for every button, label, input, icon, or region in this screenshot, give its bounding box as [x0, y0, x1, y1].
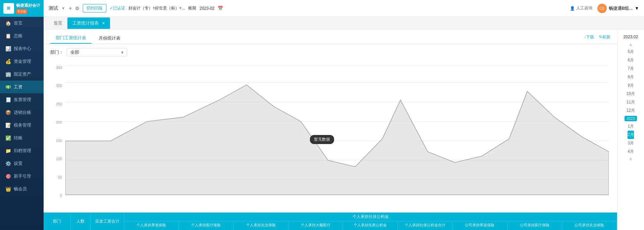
- sidebar-item-settings[interactable]: ⚙️设置: [0, 157, 44, 170]
- sidebar-label-settings: 设置: [14, 160, 22, 167]
- logo-text: 畅捷通好会计 专业版: [16, 3, 40, 14]
- topbar-right: 👤 人工咨询 CE 畅捷通B组... ▼: [570, 4, 639, 13]
- y-label-50: 50: [50, 175, 64, 179]
- sidebar-label-ledger: 总账: [14, 33, 22, 39]
- sidebar-item-guide[interactable]: 🎯新手引导: [0, 170, 44, 183]
- sidebar-logo: 财 畅捷通好会计 专业版: [0, 0, 44, 17]
- dept-select[interactable]: 全部 销售部 财务部 人事部 技术部: [67, 48, 127, 56]
- sidebar-item-ledger[interactable]: 📋总账: [0, 30, 44, 42]
- user-dropdown-arrow: ▼: [635, 6, 639, 11]
- sidebar-item-archive[interactable]: 📁归档管理: [0, 144, 44, 157]
- table-header: 部门 人数 应发工资合计 个人承担社保公积金 个人承担养老保险 个人承担医疗保险…: [44, 213, 617, 230]
- settings-icon[interactable]: ⚙: [75, 6, 79, 11]
- y-label-350: 350: [50, 65, 64, 70]
- sidebar-label-sales: 进销台账: [14, 109, 31, 116]
- sidebar-item-invoice[interactable]: 🧾发票管理: [0, 93, 44, 106]
- sidebar-item-salary[interactable]: 💵工资: [0, 81, 44, 93]
- certified-status: ✓已认证: [110, 5, 125, 11]
- sidebar-item-settle[interactable]: ✅结账: [0, 132, 44, 144]
- chart-area: 0 50 100 150 200 250 300 350: [44, 60, 617, 213]
- month-curr-4月[interactable]: 4月: [628, 147, 634, 156]
- month-11月[interactable]: 11月: [627, 98, 635, 106]
- add-button[interactable]: +: [69, 5, 72, 11]
- company-name: 测试: [49, 5, 58, 11]
- table-sub-total: 个人承担社保公积金合计: [398, 221, 452, 230]
- table-sub-big-medical: 个人承担大额医疗: [288, 221, 343, 230]
- dept-filter-label: 部门：: [50, 49, 63, 55]
- table-col-count: 人数: [70, 213, 91, 230]
- table-col-total: 应发工资合计: [91, 213, 124, 230]
- sidebar-item-funds[interactable]: 💰资金管理: [0, 55, 44, 68]
- help-button[interactable]: 👤 人工咨询: [570, 5, 592, 11]
- table-sub-company-pension: 公司承担养老保险: [452, 221, 507, 230]
- sidebar-item-assets[interactable]: 🏢固定资产: [0, 68, 44, 81]
- sidebar-item-home[interactable]: 🏠首页: [0, 17, 44, 30]
- right-panel-down-nav[interactable]: ▼: [628, 156, 634, 163]
- sidebar-label-assets: 固定资产: [14, 71, 31, 77]
- sidebar-label-funds: 资金管理: [14, 58, 31, 64]
- table-col-dept: 部门: [44, 213, 70, 230]
- sub-tab-actions: ↓下载 ↻刷新: [584, 34, 610, 43]
- month-curr-2月[interactable]: 2月: [628, 131, 634, 139]
- sidebar-item-tax[interactable]: 📝税务管理: [0, 119, 44, 132]
- right-panel-date[interactable]: 2023.02: [624, 33, 638, 41]
- calendar-icon[interactable]: 📅: [218, 6, 223, 11]
- sidebar-item-member[interactable]: 👑畅会员: [0, 183, 44, 195]
- month-12月[interactable]: 12月: [627, 106, 635, 115]
- month-7月[interactable]: 7月: [627, 64, 635, 73]
- month-10月[interactable]: 10月: [627, 90, 635, 98]
- table-sub-pension: 个人承担养老保险: [124, 221, 179, 230]
- refresh-button[interactable]: ↻刷新: [599, 34, 610, 40]
- sidebar-icon-sales: 📦: [5, 110, 11, 115]
- user-menu[interactable]: CE 畅捷通B组... ▼: [597, 4, 639, 13]
- sidebar-label-home: 首页: [14, 20, 22, 26]
- y-label-150: 150: [50, 139, 64, 143]
- sidebar-label-reports: 报表中心: [14, 46, 31, 52]
- month-curr-1月[interactable]: 1月: [628, 122, 634, 131]
- table-sub-company-unemp: 公司承担失业保险: [562, 221, 617, 230]
- download-button[interactable]: ↓下载: [584, 34, 594, 40]
- dropdown-arrow[interactable]: ▼: [61, 6, 65, 11]
- sidebar-icon-archive: 📁: [5, 148, 11, 153]
- inner-page: 部门工资统计表 月份统计表 ↓下载 ↻刷新 部门： 全部 销售部 财务部: [44, 30, 617, 230]
- month-8月[interactable]: 8月: [627, 73, 635, 81]
- y-label-300: 300: [50, 84, 64, 88]
- month-5月[interactable]: 5月: [627, 48, 635, 56]
- sub-tab-dept[interactable]: 部门工资统计表: [50, 33, 92, 44]
- sidebar: 财 畅捷通好会计 专业版 🏠首页📋总账📊报表中心💰资金管理🏢固定资产💵工资🧾发票…: [0, 0, 44, 230]
- sidebar-label-guide: 新手引导: [14, 173, 31, 179]
- y-label-0: 0: [50, 193, 64, 197]
- sidebar-icon-ledger: 📋: [5, 33, 11, 39]
- month-curr-3月[interactable]: 3月: [628, 139, 634, 147]
- sidebar-label-archive: 归档管理: [14, 148, 31, 154]
- sidebar-label-member: 畅会员: [14, 186, 27, 192]
- period-label: 账期: [188, 5, 196, 11]
- sidebar-icon-assets: 🏢: [5, 72, 11, 77]
- period-value: 2023-02: [200, 6, 214, 11]
- right-panel: 2023.02 ▲ 5月6月7月8月9月10月11月12月 2023 1月2月3…: [617, 30, 644, 230]
- tab-salary-report[interactable]: 工资统计报表 ✕: [67, 17, 110, 29]
- sidebar-item-sales[interactable]: 📦进销台账: [0, 106, 44, 119]
- month-6月[interactable]: 6月: [627, 56, 635, 64]
- table-group-header: 个人承担社保公积金: [124, 213, 617, 221]
- sub-tab-monthly[interactable]: 月份统计表: [93, 33, 126, 43]
- y-label-250: 250: [50, 102, 64, 106]
- sidebar-icon-salary: 💵: [5, 84, 11, 90]
- right-panel-up-nav[interactable]: ▲: [628, 41, 634, 48]
- user-avatar: CE: [597, 4, 607, 13]
- year-badge: 2023: [625, 116, 637, 121]
- sidebar-item-reports[interactable]: 📊报表中心: [0, 42, 44, 55]
- month-9月[interactable]: 9月: [627, 81, 635, 90]
- sidebar-label-tax: 税务管理: [14, 122, 31, 128]
- tab-close-icon[interactable]: ✕: [102, 21, 105, 25]
- table-col-group: 个人承担社保公积金 个人承担养老保险 个人承担医疗保险 个人承担失业保险 个人承…: [124, 213, 617, 230]
- sidebar-label-salary: 工资: [14, 84, 22, 90]
- y-label-100: 100: [50, 157, 64, 161]
- switch-version-button[interactable]: 切到旧版: [83, 4, 106, 12]
- months-prev: 5月6月7月8月9月10月11月12月: [627, 48, 635, 115]
- logo-icon: 财: [3, 3, 14, 14]
- sidebar-icon-home: 🏠: [5, 20, 11, 26]
- tab-home[interactable]: 首页: [49, 17, 67, 29]
- table-sub-company-medical: 公司承担医疗保险: [507, 221, 562, 230]
- sidebar-icon-reports: 📊: [5, 46, 11, 51]
